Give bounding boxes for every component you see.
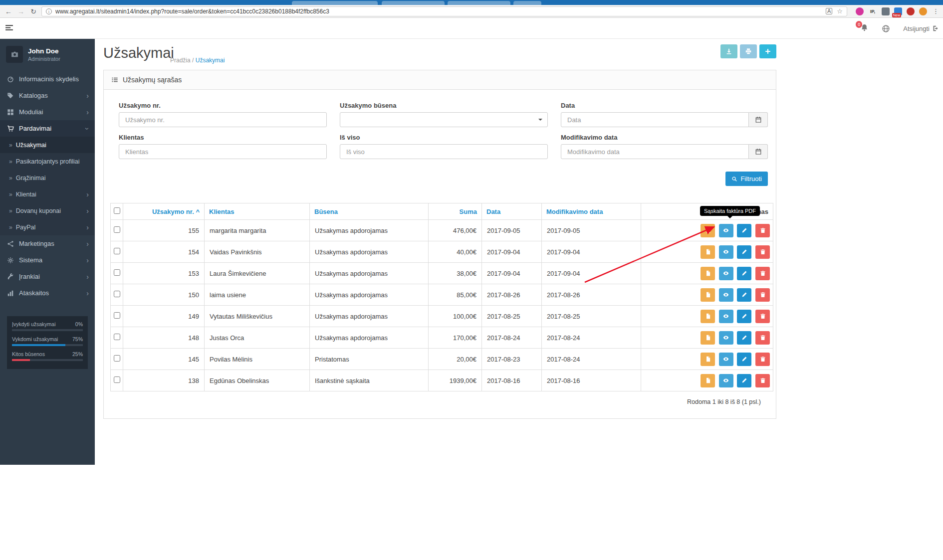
browser-tab[interactable] (448, 1, 510, 5)
invoice-pdf-button[interactable] (701, 288, 715, 302)
submenu-item-grazinimai[interactable]: » Grąžinimai (0, 170, 95, 186)
invoice-pdf-button[interactable] (701, 245, 715, 259)
breadcrumb-home-link[interactable]: Pradžia (170, 57, 191, 64)
edit-button[interactable] (737, 288, 751, 302)
avatar[interactable] (6, 46, 23, 63)
row-checkbox[interactable] (114, 355, 120, 362)
color-picker-extension-icon[interactable] (856, 7, 864, 15)
row-checkbox[interactable] (114, 376, 120, 383)
submenu-item-paypal[interactable]: » PayPal › (0, 219, 95, 235)
filter-date-input[interactable] (561, 112, 749, 127)
sidebar-item-moduliai[interactable]: Moduliai › (0, 104, 95, 120)
sidebar-item-irankiai[interactable]: Įrankiai › (0, 268, 95, 285)
sidebar-item-sistema[interactable]: Sistema › (0, 252, 95, 268)
orange-extension-icon[interactable] (919, 7, 927, 15)
sidebar-item-marketingas[interactable]: Marketingas › (0, 235, 95, 252)
invoice-pdf-button[interactable] (701, 310, 715, 323)
browser-tab[interactable] (292, 1, 378, 5)
url-input[interactable]: i www.agregatai.lt/siteadmin14/index.php… (41, 6, 847, 16)
edit-button[interactable] (737, 224, 751, 237)
vpn-extension-icon[interactable]: New (894, 7, 902, 15)
sidebar-item-dashboard[interactable]: Informacinis skydelis (0, 71, 95, 87)
row-checkbox[interactable] (114, 248, 120, 254)
edit-button[interactable] (737, 331, 751, 345)
edit-button[interactable] (737, 374, 751, 387)
filter-order-input[interactable] (119, 112, 327, 127)
forward-icon[interactable]: → (16, 7, 25, 16)
stat-processing: Vykdomi užsakymai 75% (12, 336, 83, 346)
browser-tab[interactable] (513, 1, 541, 5)
delete-button[interactable] (755, 310, 770, 323)
store-front-button[interactable] (882, 24, 890, 33)
red-extension-icon[interactable] (907, 7, 915, 15)
delete-button[interactable] (755, 224, 770, 237)
print-button[interactable] (740, 44, 757, 58)
view-button[interactable] (719, 288, 733, 302)
filter-total-input[interactable] (340, 144, 548, 159)
view-button[interactable] (719, 267, 733, 280)
filter-modified-input[interactable] (561, 144, 749, 159)
submenu-item-uzsakymai[interactable]: » Užsakymai (0, 137, 95, 153)
sidebar-item-pardavimai[interactable]: Pardavimai › (0, 120, 95, 137)
filter-status-select[interactable] (340, 112, 548, 127)
breadcrumb-current-link[interactable]: Užsakymai (196, 57, 225, 64)
refresh-icon[interactable]: ↻ (29, 7, 38, 16)
sort-total[interactable]: Suma (460, 208, 477, 215)
view-button[interactable] (719, 353, 733, 366)
invoice-pdf-button[interactable] (701, 353, 715, 366)
submenu-item-klientai[interactable]: » Klientai › (0, 186, 95, 202)
submenu-item-dovanu-kuponai[interactable]: » Dovanų kuponai › (0, 202, 95, 219)
view-button[interactable] (719, 310, 733, 323)
back-icon[interactable]: ← (4, 7, 13, 16)
date-picker-button[interactable] (749, 112, 768, 127)
edit-button[interactable] (737, 353, 751, 366)
order-date: 2017-09-04 (482, 263, 542, 284)
row-checkbox[interactable] (114, 226, 120, 233)
sort-status[interactable]: Būsena (314, 208, 338, 215)
invoice-pdf-button[interactable] (701, 374, 715, 387)
sort-modified[interactable]: Modifikavimo data (546, 208, 603, 215)
date-picker-button[interactable] (749, 144, 768, 159)
sidebar-item-katalogas[interactable]: Katalogas › (0, 87, 95, 104)
delete-button[interactable] (755, 288, 770, 302)
bookmark-star-icon[interactable]: ☆ (837, 7, 843, 15)
edit-button[interactable] (737, 245, 751, 259)
edit-button[interactable] (737, 310, 751, 323)
delete-button[interactable] (755, 353, 770, 366)
edit-button[interactable] (737, 267, 751, 280)
filter-customer-input[interactable] (119, 144, 327, 159)
delete-button[interactable] (755, 267, 770, 280)
sort-customer[interactable]: Klientas (209, 208, 235, 215)
filter-button[interactable]: Filtruoti (725, 172, 768, 186)
view-button[interactable] (719, 224, 733, 237)
page-info-icon[interactable]: i (46, 8, 52, 14)
invoice-pdf-button[interactable] (701, 267, 715, 280)
notifications-button[interactable]: 0 (860, 23, 869, 33)
export-button[interactable] (720, 44, 737, 58)
select-all-checkbox[interactable] (114, 207, 120, 214)
browser-tab[interactable] (382, 1, 445, 5)
sort-order-number[interactable]: Užsakymo nr. ^ (152, 208, 200, 215)
sidebar-toggle-button[interactable] (5, 23, 15, 33)
row-checkbox[interactable] (114, 312, 120, 319)
view-button[interactable] (719, 331, 733, 345)
delete-button[interactable] (755, 245, 770, 259)
submenu-item-pasikartojantys-profiliai[interactable]: » Pasikartojantys profiliai (0, 153, 95, 170)
browser-menu-icon[interactable]: ⋮ (933, 7, 939, 15)
delete-button[interactable] (755, 374, 770, 387)
sidebar-item-ataskaitos[interactable]: Ataskaitos › (0, 285, 95, 301)
add-order-button[interactable] (759, 44, 776, 58)
row-checkbox[interactable] (114, 291, 120, 297)
row-checkbox[interactable] (114, 269, 120, 276)
view-button[interactable] (719, 245, 733, 259)
row-checkbox[interactable] (114, 334, 120, 340)
view-button[interactable] (719, 374, 733, 387)
ip-extension-icon[interactable]: IP, (868, 7, 877, 15)
logout-button[interactable]: Atsijungti (903, 25, 939, 32)
screenshot-extension-icon[interactable] (882, 7, 890, 15)
invoice-pdf-button[interactable] (701, 224, 715, 237)
translate-icon[interactable]: A (826, 8, 832, 14)
invoice-pdf-button[interactable] (701, 331, 715, 345)
sort-date[interactable]: Data (486, 208, 500, 215)
delete-button[interactable] (755, 331, 770, 345)
